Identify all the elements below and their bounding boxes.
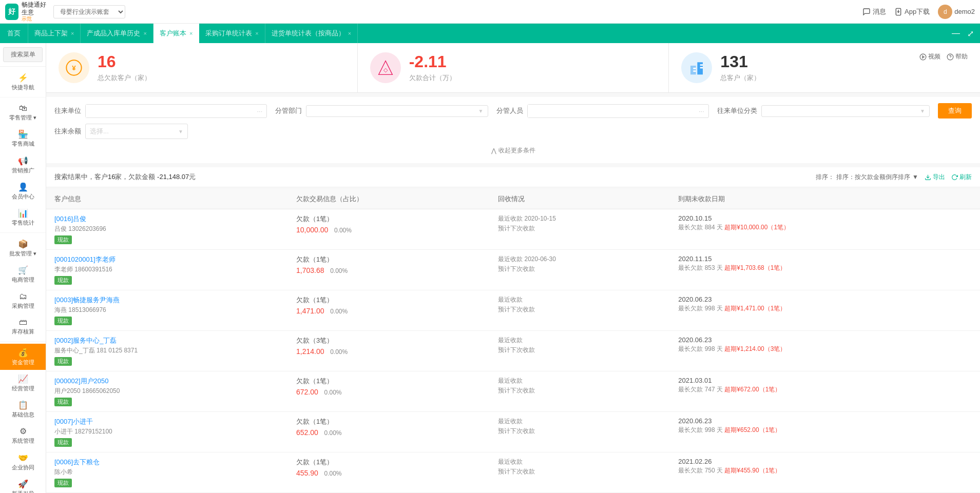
filter-unit-category: 往来单位分类 ▼ [717,105,930,117]
tab-product-history[interactable]: 产成品入库单历史 × [81,24,153,43]
video-action[interactable]: 视频 [919,52,940,61]
cell-debt-info: 欠款（1笔） 672.00 0.00% [288,371,490,412]
svg-rect-9 [694,70,696,72]
sidebar-item-basic-info[interactable]: 📋 基础信息 [0,396,46,422]
balance-select[interactable]: 选择... ▼ [85,124,188,139]
customer-name-link[interactable]: [0016]吕俊 [54,215,86,223]
debt-amount-row: 455.90 0.00% [296,469,482,477]
stat-icon-total-customers [681,52,712,83]
overdue-link[interactable]: 超期¥1,214.00（3笔） [724,345,786,352]
sidebar-item-purchase[interactable]: 🗂 采购管理 [0,288,46,313]
tab-purchase-order-close[interactable]: × [255,30,258,36]
tab-goods-close[interactable]: × [71,30,74,36]
quick-nav-icon: ⚡ [18,73,28,83]
sidebar-item-retail-stats[interactable]: 📊 零售统计 [0,204,46,230]
debt-amount: 455.90 [296,469,318,477]
col-due-date: 到期未收款日期 [670,189,980,209]
overdue-link[interactable]: 超期¥672.00（1笔） [724,386,781,393]
tab-product-history-close[interactable]: × [143,30,146,36]
customer-name-link[interactable]: [0006]去下粮仓 [54,458,100,466]
sidebar-item-batch-manage[interactable]: 📦 批发管理 ▾ [0,235,46,261]
overdue-detail: 最长欠款 853 天 超期¥1,703.68（1笔） [678,264,972,272]
filter-balance: 往来余额 选择... ▼ [54,124,188,139]
sidebar-item-system[interactable]: ⚙ 系统管理 [0,422,46,448]
sidebar-item-retail-mall[interactable]: 🏪 零售商城 [0,125,46,151]
overdue-link[interactable]: 超期¥10,000.00（1笔） [724,224,790,231]
tab-customer-account[interactable]: 客户账本 × [153,24,199,43]
tab-inventory-stats[interactable]: 进货单统计表（按商品） × [265,24,358,43]
message-action[interactable]: 消息 [862,7,886,16]
customer-name-link[interactable]: [0001020001]李老师 [54,255,116,263]
sidebar-item-ecommerce[interactable]: 🛒 电商管理 [0,261,46,287]
recovery-latest: 最近收款 [498,417,662,426]
sidebar-item-finance[interactable]: 💰 资金管理 [0,344,46,370]
cell-customer-info: [0001020001]李老师 李老师 18600391516 现款 [46,250,288,290]
tabs-maximize-btn[interactable]: ⤢ [965,28,976,39]
sidebar-item-marketing[interactable]: 📢 营销推广 [0,152,46,178]
tab-inventory-stats-close[interactable]: × [348,30,351,36]
newbie-icon: 🚀 [18,479,28,489]
collapse-button[interactable]: ⋀ 收起更多条件 [491,146,535,155]
app-selector[interactable]: 母婴行业演示账套 [53,5,125,18]
content-area: ¥ 16 总欠款客户（家） ◇ [46,43,980,493]
debt-pct: 0.00% [330,348,348,356]
main-layout: 搜索菜单 ⚡ 快捷导航 🛍 零售管理 ▾ 🏪 零售商城 📢 [0,43,980,493]
sidebar-item-retail-manage[interactable]: 🛍 零售管理 ▾ [0,100,46,125]
filter-from-unit-label: 往来单位 [54,106,81,115]
manager-picker-btn[interactable]: ··· [695,105,708,117]
refresh-button[interactable]: 刷新 [951,173,972,182]
balance-placeholder: 选择... [90,127,176,136]
from-unit-input[interactable] [86,105,253,117]
recovery-latest: 最近收款 2020-10-15 [498,214,662,223]
manager-input[interactable] [528,105,695,117]
sidebar-item-operations[interactable]: 📈 经营管理 [0,370,46,396]
svg-marker-13 [923,55,925,58]
stat-label-debt-customers: 总欠款客户（家） [98,73,345,83]
search-menu-button[interactable]: 搜索菜单 [3,47,43,62]
customer-name-link[interactable]: [0007]小进干 [54,418,93,425]
user-profile[interactable]: d demo2 [938,5,975,19]
sidebar-item-enterprise[interactable]: 🤝 企业协同 [0,449,46,475]
unit-category-select[interactable]: ▼ [761,105,930,117]
app-download-action[interactable]: App下载 [894,7,930,16]
customer-name-link[interactable]: [0003]畅捷服务尹海燕 [54,296,120,304]
debt-amount: 652.00 [296,428,318,437]
export-button[interactable]: 导出 [925,173,945,182]
customer-name-link[interactable]: [0002]服务中心_丁磊 [54,337,117,344]
table-row: [000002]用户2050 用户2050 18665062050 现款 欠款（… [46,371,980,412]
from-unit-picker-btn[interactable]: ··· [253,105,266,117]
overdue-link[interactable]: 超期¥1,471.00（1笔） [724,305,786,312]
tab-purchase-order[interactable]: 采购订单统计表 × [199,24,265,43]
cell-recovery: 最近收款 预计下次收款 [490,452,670,493]
tab-home[interactable]: 首页 [0,24,28,43]
tab-goods[interactable]: 商品上下架 × [28,24,81,43]
customer-name-link[interactable]: [000002]用户2050 [54,377,109,385]
customer-tag: 现款 [54,438,72,447]
overdue-link[interactable]: 超期¥1,703.68（1笔） [724,264,786,271]
sidebar-item-finance-label: 资金管理 [12,359,34,366]
customer-tag: 现款 [54,276,72,285]
sidebar-item-inventory[interactable]: 🗃 库存核算 [0,313,46,339]
marketing-icon: 📢 [18,156,28,166]
debt-amount-row: 1,214.00 0.00% [296,347,482,356]
stat-info-debt-customers: 16 总欠款客户（家） [98,53,345,82]
overdue-link[interactable]: 超期¥455.90（1笔） [724,467,781,474]
balance-arrow: ▼ [178,129,183,134]
query-button[interactable]: 查询 [938,103,972,119]
sidebar-item-member[interactable]: 👤 会员中心 [0,178,46,204]
overdue-link[interactable]: 超期¥652.00（1笔） [724,426,781,433]
dept-select[interactable]: ▼ [306,105,488,117]
sidebar-item-newbie[interactable]: 🚀 新手引导 [0,475,46,493]
debt-count: 欠款（1笔） [296,417,482,426]
tabs-minimize-btn[interactable]: — [950,28,962,39]
recovery-next: 预计下次收款 [498,346,662,354]
overdue-date: 2020.11.15 [678,255,972,263]
sidebar-item-quick-nav[interactable]: ⚡ 快捷导航 [0,69,46,95]
sort-selector[interactable]: 排序： 排序：按欠款金额倒序排序 ▼ [816,173,918,182]
debt-amount: 1,703.68 [296,266,324,274]
cell-customer-info: [0006]去下粮仓 陈小希 现款 [46,452,288,493]
tab-customer-account-close[interactable]: × [189,30,193,36]
cell-recovery: 最近收款 2020-10-15 预计下次收款 [490,209,670,250]
help-action[interactable]: 帮助 [947,52,968,61]
stat-info-debt-amount: -2.11 欠款合计（万） [409,53,657,82]
